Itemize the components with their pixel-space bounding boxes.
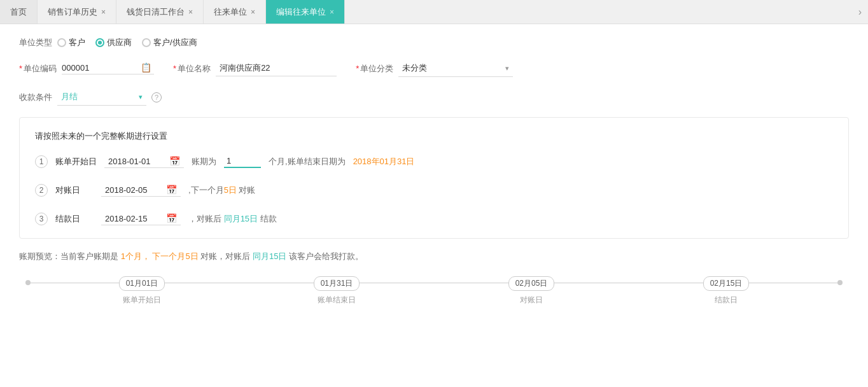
- tab-sales-history-close[interactable]: ×: [101, 8, 106, 16]
- preview-part3: 对账，对账后: [200, 251, 253, 261]
- period-num-2: 2: [35, 184, 48, 197]
- preview-part4: 同月15日: [253, 251, 286, 261]
- period-date-input-2: 📅: [101, 183, 181, 197]
- period-suffix-after-1: 个月,账单结束日期为: [269, 156, 346, 167]
- tab-bar: 首页 销售订单历史 × 钱货日清工作台 × 往来单位 × 编辑往来单位 × ›: [0, 0, 868, 24]
- tab-home-label: 首页: [10, 6, 27, 18]
- period-date-input-3: 📅: [101, 212, 181, 225]
- period-row-2: 2 对账日 📅 ,下一个月5日 对账: [35, 183, 833, 197]
- radio-customer-label: 客户: [69, 37, 85, 48]
- unit-category-chevron: ▾: [505, 64, 509, 73]
- tab-edit-partner-label: 编辑往来单位: [276, 6, 326, 18]
- calendar-icon-3[interactable]: 📅: [166, 213, 177, 223]
- payment-terms-label: 收款条件: [19, 92, 52, 103]
- unit-code-input-wrapper: 📋: [62, 62, 154, 74]
- unit-type-group: 单位类型 客户 供应商 客户/供应商: [19, 37, 197, 48]
- tab-cash-work-label: 钱货日清工作台: [127, 6, 185, 18]
- period-field-label-3: 结款日: [55, 213, 94, 225]
- period-suffix-3: ，对账后 同月15日 结款: [188, 213, 277, 225]
- unit-category-label: *单位分类: [356, 63, 393, 74]
- payment-terms-value: 月结: [61, 91, 135, 102]
- payment-terms-row: 收款条件 月结 ▾ ?: [19, 88, 849, 106]
- unit-type-label: 单位类型: [19, 37, 52, 48]
- tab-partner-close[interactable]: ×: [251, 8, 255, 16]
- tab-sales-history-label: 销售订单历史: [48, 6, 97, 18]
- tab-more-button[interactable]: ›: [852, 0, 868, 24]
- period-end-date-1: 2018年01月31日: [353, 156, 415, 167]
- timeline-label-1: 账单开始日: [123, 295, 161, 306]
- period-months[interactable]: [227, 156, 258, 165]
- period-suffix-2-orange: 5日: [224, 185, 237, 195]
- timeline-label-3: 对账日: [520, 295, 543, 306]
- payment-terms-select[interactable]: 月结 ▾: [57, 88, 146, 106]
- timeline-label-2: 账单结束日: [318, 295, 356, 306]
- unit-code-icon[interactable]: 📋: [138, 62, 154, 73]
- main-content: 单位类型 客户 供应商 客户/供应商 *单位编码: [0, 24, 868, 387]
- preview-part5: 该客户会给我打款。: [289, 251, 363, 261]
- timeline-label-4: 结款日: [715, 295, 738, 306]
- unit-name-required: *: [173, 64, 176, 73]
- unit-name-group: *单位名称: [173, 61, 337, 76]
- timeline-badge-4: 02月15日: [703, 276, 750, 291]
- tab-sales-history[interactable]: 销售订单历史 ×: [38, 0, 116, 24]
- tab-partner[interactable]: 往来单位 ×: [204, 0, 266, 24]
- unit-code-group: *单位编码 📋: [19, 62, 154, 74]
- preview-text: 账期预览：当前客户账期是 1个月， 下一个月5日 对账，对账后 同月15日 该客…: [19, 249, 849, 264]
- timeline-item-2: 01月31日 账单结束日: [314, 276, 360, 306]
- period-suffix-3-cyan: 同月15日: [224, 214, 258, 223]
- payment-terms-chevron: ▾: [139, 93, 143, 101]
- timeline-item-4: 02月15日 结款日: [703, 276, 750, 306]
- period-months-input: [224, 155, 261, 168]
- unit-name-label: *单位名称: [173, 63, 211, 74]
- tab-edit-partner[interactable]: 编辑往来单位 ×: [266, 0, 345, 24]
- timeline-items: 01月01日 账单开始日 01月31日 账单结束日 02月05日 对账日 02月…: [25, 276, 843, 306]
- tab-edit-partner-close[interactable]: ×: [330, 8, 334, 16]
- unit-type-row: 单位类型 客户 供应商 客户/供应商: [19, 37, 849, 48]
- period-title: 请按照未来的一个完整帐期进行设置: [35, 130, 833, 142]
- period-suffix-before-1: 账期为: [192, 156, 216, 167]
- radio-supplier[interactable]: 供应商: [95, 37, 132, 48]
- tab-cash-work-close[interactable]: ×: [188, 8, 193, 16]
- period-suffix-2: ,下一个月5日 对账: [188, 185, 255, 196]
- timeline-item-1: 01月01日 账单开始日: [119, 276, 165, 306]
- radio-both-circle: [142, 38, 151, 47]
- unit-category-select[interactable]: 未分类 ▾: [398, 60, 513, 77]
- timeline-badge-3: 02月05日: [508, 276, 555, 291]
- period-row-1: 1 账单开始日 📅 账期为 个月,账单结束日期为 2018年01月31日: [35, 155, 833, 168]
- period-field-label-1: 账单开始日: [55, 156, 97, 167]
- preview-part1: 1个月，: [121, 251, 150, 261]
- radio-customer[interactable]: 客户: [57, 37, 85, 48]
- period-box: 请按照未来的一个完整帐期进行设置 1 账单开始日 📅 账期为 个月,账单结束日期…: [19, 117, 849, 239]
- radio-supplier-label: 供应商: [107, 37, 132, 48]
- unit-code-required: *: [19, 64, 22, 73]
- period-date-1[interactable]: [108, 157, 165, 166]
- period-date-2[interactable]: [105, 185, 162, 195]
- unit-name-input[interactable]: [216, 61, 337, 76]
- help-icon[interactable]: ?: [151, 92, 162, 102]
- timeline-item-3: 02月05日 对账日: [508, 276, 555, 306]
- unit-info-row: *单位编码 📋 *单位名称 *单位分类 未分类 ▾: [19, 60, 849, 77]
- tab-home[interactable]: 首页: [0, 0, 38, 24]
- radio-customer-circle: [57, 38, 66, 47]
- tab-partner-label: 往来单位: [214, 6, 247, 18]
- radio-supplier-circle: [95, 38, 104, 47]
- unit-category-required: *: [356, 64, 359, 73]
- calendar-icon-1[interactable]: 📅: [169, 156, 180, 166]
- period-row-3: 3 结款日 📅 ，对账后 同月15日 结款: [35, 212, 833, 225]
- period-num-1: 1: [35, 155, 48, 168]
- period-date-3[interactable]: [105, 214, 162, 223]
- preview-label: 账期预览：当前客户账期是: [19, 251, 118, 261]
- calendar-icon-2[interactable]: 📅: [166, 185, 177, 195]
- unit-category-group: *单位分类 未分类 ▾: [356, 60, 513, 77]
- period-num-3: 3: [35, 213, 48, 225]
- tab-cash-work[interactable]: 钱货日清工作台 ×: [116, 0, 204, 24]
- radio-both-label: 客户/供应商: [153, 37, 197, 48]
- unit-code-input[interactable]: [62, 63, 138, 73]
- radio-both[interactable]: 客户/供应商: [142, 37, 197, 48]
- payment-terms-group: 收款条件 月结 ▾ ?: [19, 88, 162, 106]
- preview-part2: 下一个月5日: [152, 251, 198, 261]
- timeline-badge-2: 01月31日: [314, 276, 360, 291]
- radio-group: 客户 供应商 客户/供应商: [57, 37, 197, 48]
- unit-category-value: 未分类: [402, 62, 501, 74]
- period-date-input-1: 📅: [104, 155, 184, 168]
